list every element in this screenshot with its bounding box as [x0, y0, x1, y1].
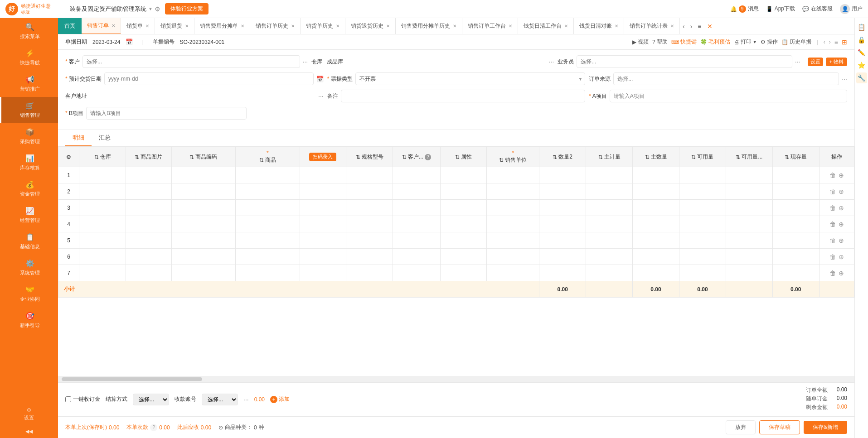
- sidebar-item-nav[interactable]: ⚡ 快捷导航: [0, 44, 58, 71]
- account-select[interactable]: 选择...: [202, 394, 238, 405]
- cell-stock[interactable]: [772, 167, 819, 183]
- customer-more-btn[interactable]: ···: [303, 58, 308, 65]
- tab-close-icon[interactable]: ✕: [291, 24, 295, 29]
- th-code[interactable]: ⇅ 商品编码: [171, 147, 236, 167]
- order-source-more-btn[interactable]: ···: [842, 75, 847, 82]
- right-icon-2[interactable]: 🔒: [856, 34, 867, 45]
- invoice-select[interactable]: 不开票: [355, 72, 586, 85]
- tab-close-icon[interactable]: ✕: [453, 24, 456, 29]
- scrollbar-thumb[interactable]: [62, 377, 202, 381]
- right-icon-1[interactable]: 📋: [856, 22, 867, 33]
- tab-return-history[interactable]: 销货退货历史 ✕: [345, 18, 396, 34]
- right-icon-5[interactable]: 🔧: [856, 72, 867, 83]
- cell-main-unit[interactable]: [586, 167, 633, 183]
- user-btn[interactable]: 👤 用户: [840, 4, 863, 14]
- sidebar-item-finance[interactable]: 💰 资金管理: [0, 176, 58, 202]
- action-btn[interactable]: ⚙ 操作: [761, 38, 778, 46]
- copy-icon[interactable]: ⊕: [839, 204, 844, 212]
- tab-cash-reconcile[interactable]: 钱货日清对账 ✕: [574, 18, 624, 34]
- note-input[interactable]: [341, 90, 586, 102]
- tab-prev-btn[interactable]: ‹: [680, 18, 688, 34]
- th-warehouse[interactable]: ⇅ 仓库: [79, 147, 126, 167]
- calendar-icon[interactable]: 📅: [126, 39, 133, 45]
- cell-image[interactable]: [126, 167, 171, 183]
- th-image[interactable]: ⇅ 商品图片: [126, 147, 171, 167]
- th-customer[interactable]: ⇅ 客户... ?: [393, 147, 440, 167]
- th-available[interactable]: ⇅ 可用量: [679, 147, 726, 167]
- th-unit[interactable]: ⇅ 销售单位: [487, 147, 539, 167]
- notification-btn[interactable]: 🔔 9 消息: [730, 5, 759, 13]
- tab-menu-btn[interactable]: ≡: [695, 18, 704, 34]
- tab-close-icon[interactable]: ✕: [145, 24, 149, 29]
- tab-close-icon[interactable]: ✕: [509, 24, 512, 29]
- right-icon-3[interactable]: ✏️: [856, 47, 867, 58]
- list-view-btn[interactable]: ≡: [834, 39, 838, 46]
- cell-qty2[interactable]: [539, 167, 586, 183]
- sidebar-item-search[interactable]: 🔍 搜索菜单: [0, 18, 58, 44]
- sidebar-settings-btn[interactable]: ⚙ 设置: [0, 404, 58, 425]
- tab-sales-order[interactable]: 销售订单 ✕: [82, 18, 121, 34]
- th-goods[interactable]: ⇅ 商品: [236, 147, 300, 167]
- save-draft-btn[interactable]: 保存草稿: [759, 420, 800, 434]
- order-source-input[interactable]: [613, 72, 839, 85]
- address-more-btn[interactable]: ···: [318, 92, 324, 100]
- copy-icon[interactable]: ⊕: [839, 270, 844, 277]
- quick-pay-checkbox[interactable]: 一键收订金: [65, 395, 100, 403]
- tab-close-icon[interactable]: ✕: [241, 24, 244, 29]
- th-stock[interactable]: ⇅ 现存量: [772, 147, 819, 167]
- sidebar-item-operations[interactable]: 📈 经营管理: [0, 202, 58, 228]
- scan-input-btn[interactable]: 扫码录入: [309, 153, 336, 161]
- staff-more-btn[interactable]: ···: [795, 58, 800, 65]
- cell-spec[interactable]: [346, 167, 393, 183]
- tab-expense-history[interactable]: 销售费用分摊单历史 ✕: [396, 18, 462, 34]
- settings-icon[interactable]: ⚙: [155, 5, 160, 13]
- copy-icon[interactable]: ⊕: [839, 253, 844, 260]
- tab-sales-invoice[interactable]: 销货单 ✕: [121, 18, 155, 34]
- account-more-btn[interactable]: ···: [243, 396, 249, 403]
- sidebar-item-purchase[interactable]: 📦 采购管理: [0, 123, 58, 149]
- staff-input[interactable]: [577, 55, 792, 68]
- customer-input[interactable]: [82, 55, 300, 68]
- th-available2[interactable]: ⇅ 可用量...: [726, 147, 772, 167]
- th-settings[interactable]: ⚙: [58, 147, 79, 167]
- warehouse-more-btn[interactable]: ···: [549, 58, 554, 65]
- video-btn[interactable]: ▶ 视频: [632, 38, 649, 46]
- tab-order-workbench[interactable]: 销售订单工作台 ✕: [462, 18, 518, 34]
- cell-main-qty[interactable]: [633, 167, 679, 183]
- cell-available[interactable]: [679, 167, 726, 183]
- tab-home[interactable]: 首页: [58, 18, 82, 34]
- tab-stats[interactable]: 销售订单统计表 ✕: [624, 18, 680, 34]
- industry-btn[interactable]: 体验行业方案: [165, 3, 209, 14]
- tab-sales-expense[interactable]: 销售费用分摊单 ✕: [194, 18, 250, 34]
- delete-icon[interactable]: 🗑: [829, 204, 836, 212]
- a-project-input[interactable]: [610, 90, 847, 102]
- th-attr[interactable]: ⇅ 属性: [440, 147, 487, 167]
- tab-cash-workbench[interactable]: 钱货日清工作台 ✕: [518, 18, 574, 34]
- tab-close-icon[interactable]: ✕: [386, 24, 390, 29]
- delete-icon[interactable]: 🗑: [829, 237, 836, 244]
- sidebar-item-sales[interactable]: 🛒 销售管理: [0, 97, 58, 123]
- sidebar-item-marketing[interactable]: 📢 营销推广: [0, 71, 58, 97]
- tab-close-all-btn[interactable]: ✕: [704, 18, 715, 34]
- cell-unit[interactable]: [487, 167, 539, 183]
- cell-customer[interactable]: [393, 167, 440, 183]
- sidebar-item-guide[interactable]: 🎯 新手引导: [0, 307, 58, 333]
- add-material-btn[interactable]: + 物料: [826, 58, 847, 66]
- delete-icon[interactable]: 🗑: [829, 270, 836, 277]
- sidebar-item-basic[interactable]: 📋 基础信息: [0, 228, 58, 255]
- th-scan[interactable]: 扫码录入: [300, 147, 346, 167]
- help-btn[interactable]: ? 帮助: [652, 38, 668, 46]
- right-icon-4[interactable]: ⭐: [856, 60, 867, 71]
- delete-icon[interactable]: 🗑: [829, 253, 836, 260]
- tab-sales-order-history[interactable]: 销售订单历史 ✕: [250, 18, 301, 34]
- history-btn[interactable]: 📋 历史单据: [781, 38, 811, 46]
- copy-icon[interactable]: ⊕: [839, 188, 844, 195]
- profit-btn[interactable]: 🍀 毛利预估: [700, 38, 730, 46]
- cell-attr[interactable]: [440, 167, 487, 183]
- delete-icon[interactable]: 🗑: [829, 172, 836, 179]
- form-settings-btn[interactable]: 设置: [808, 58, 823, 66]
- shortcut-btn[interactable]: ⌨ 快捷键: [671, 38, 697, 46]
- tab-summary[interactable]: 汇总: [92, 130, 118, 146]
- delivery-calendar-icon[interactable]: 📅: [316, 76, 324, 82]
- tab-sales-return[interactable]: 销货退货 ✕: [155, 18, 194, 34]
